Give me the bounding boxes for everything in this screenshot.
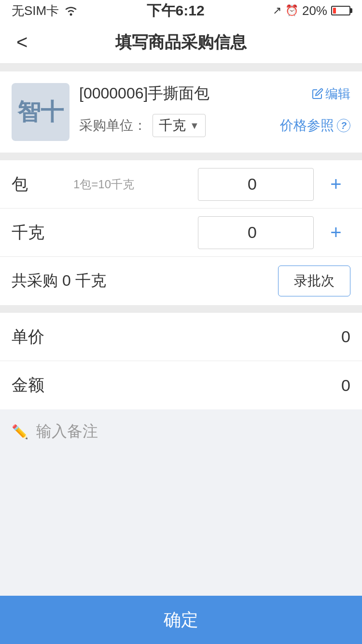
unit-price-value: 0 (341, 327, 350, 346)
amount-row: 金额 0 (0, 361, 362, 409)
amount-value: 0 (341, 376, 350, 395)
kg-input-row: 千克 + (0, 209, 362, 257)
page-title: 填写商品采购信息 (115, 31, 247, 54)
product-image: 智十 (12, 83, 70, 141)
bag-input-right: + (198, 168, 350, 201)
help-icon: ? (337, 119, 350, 132)
summary-text: 共采购 0 千克 (12, 270, 106, 292)
remark-placeholder: 输入备注 (36, 421, 98, 442)
summary-divider (0, 305, 362, 313)
edit-label: 编辑 (325, 85, 350, 102)
bag-sub-label: 1包=10千克 (73, 177, 134, 192)
unit-select[interactable]: 千克 ▼ (153, 114, 206, 137)
bag-input-row: 包 1包=10千克 + (0, 160, 362, 209)
summary-row: 共采购 0 千克 录批次 (0, 257, 362, 305)
kg-quantity-input[interactable] (198, 216, 314, 249)
status-time: 下午6:12 (147, 1, 205, 21)
wifi-icon (64, 5, 78, 16)
middle-divider (0, 153, 362, 160)
battery-percent: 20% (302, 3, 327, 18)
confirm-button[interactable]: 确定 (0, 596, 362, 644)
product-name: [0000006]手撕面包 (79, 83, 209, 104)
kg-input-right: + (198, 216, 350, 249)
edit-button[interactable]: 编辑 (312, 85, 350, 102)
pencil-icon: ✏️ (12, 424, 28, 440)
kg-label: 千克 (12, 222, 70, 244)
dropdown-icon: ▼ (190, 120, 199, 131)
product-card: 智十 [0000006]手撕面包 编辑 采购单位： (0, 71, 362, 153)
price-ref-button[interactable]: 价格参照 ? (280, 116, 350, 135)
carrier-text: 无SIM卡 (12, 2, 59, 19)
unit-row: 采购单位： 千克 ▼ 价格参照 ? (79, 114, 350, 137)
nav-bar: < 填写商品采购信息 (0, 21, 362, 64)
price-ref-label: 价格参照 (280, 116, 334, 135)
confirm-label: 确定 (164, 608, 198, 632)
empty-space (0, 454, 362, 596)
edit-icon (312, 88, 323, 99)
bag-quantity-input[interactable] (198, 168, 314, 201)
unit-price-row: 单价 0 (0, 313, 362, 361)
record-batch-button[interactable]: 录批次 (278, 266, 350, 296)
input-section: 包 1包=10千克 + 千克 + (0, 160, 362, 257)
signal-icon: ↗ (273, 4, 281, 17)
product-info: [0000006]手撕面包 编辑 采购单位： 千克 ▼ (79, 83, 350, 137)
top-divider (0, 64, 362, 71)
bag-plus-button[interactable]: + (321, 170, 350, 199)
product-name-row: [0000006]手撕面包 编辑 (79, 83, 350, 104)
bag-label: 包 (12, 173, 70, 196)
battery-icon (331, 6, 350, 15)
unit-label: 采购单位： (79, 116, 147, 135)
alarm-icon: ⏰ (285, 4, 298, 17)
status-bar: 无SIM卡 下午6:12 ↗ ⏰ 20% (0, 0, 362, 21)
kg-plus-button[interactable]: + (321, 218, 350, 247)
unit-value: 千克 (159, 116, 186, 135)
unit-price-label: 单价 (12, 326, 44, 348)
remark-section[interactable]: ✏️ 输入备注 (0, 409, 362, 454)
amount-label: 金额 (12, 374, 44, 396)
svg-point-0 (70, 14, 72, 16)
price-section: 单价 0 金额 0 (0, 313, 362, 409)
logo-text: 智十 (17, 97, 64, 127)
back-button[interactable]: < (12, 27, 32, 58)
status-left: 无SIM卡 (12, 2, 78, 19)
status-right: ↗ ⏰ 20% (273, 3, 350, 18)
